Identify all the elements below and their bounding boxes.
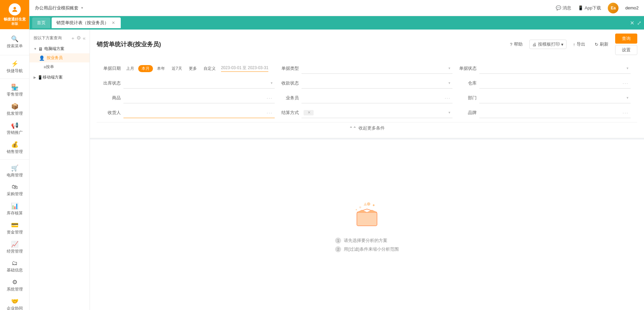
marketing-nav-item[interactable]: 📢 营销推广 xyxy=(0,119,29,138)
scheme-item-salesperson[interactable]: 👤 按业务员 xyxy=(30,53,90,62)
dept-arrow: ▾ xyxy=(627,96,629,100)
app-download-action[interactable]: 📱 App下载 xyxy=(578,5,601,11)
template-print-btn[interactable]: 🖨 按模板打印 ▾ xyxy=(529,40,567,49)
refresh-icon: ↻ xyxy=(595,42,598,47)
dept-label: 部门 xyxy=(459,95,477,101)
template-print-label: 按模板打印 xyxy=(538,41,560,47)
out-status-arrow: ▾ xyxy=(271,81,273,85)
tab-sales-stat[interactable]: 销货单统计表（按业务员） ✕ xyxy=(52,17,121,28)
doc-type-control[interactable]: ▾ xyxy=(302,63,453,74)
brand-label: 品牌 xyxy=(459,110,477,116)
wholesale-nav-item[interactable]: 📦 批发管理 xyxy=(0,100,29,119)
sidebar-logo[interactable]: 畅捷通好生意 标版 xyxy=(0,0,30,29)
out-status-control[interactable]: ▾ xyxy=(123,78,275,89)
export-label: 导出 xyxy=(577,41,585,47)
receiver-control[interactable]: ··· xyxy=(123,107,275,118)
quick-nav-item[interactable]: ⚡ 快捷导航 xyxy=(0,57,29,76)
message-icon: 💬 xyxy=(556,5,561,10)
ecomm-nav-item[interactable]: 🛒 电商管理 xyxy=(0,162,29,181)
search-label: 搜索菜单 xyxy=(7,43,23,49)
page-actions: ? 帮助 🖨 按模板打印 ▾ ↑ 导出 ↻ xyxy=(507,34,637,55)
page-title-row: 销货单统计表(按业务员) ? 帮助 🖨 按模板打印 ▾ ↑ xyxy=(97,34,637,55)
finance-nav-item[interactable]: 💳 资金管理 xyxy=(0,219,29,238)
help-btn[interactable]: ? 帮助 xyxy=(507,40,525,49)
date-tab-more[interactable]: 更多 xyxy=(186,65,200,72)
brand-control[interactable]: ··· xyxy=(479,107,631,118)
user-name[interactable]: demo2 xyxy=(625,5,639,10)
ecomm-section: 🛒 电商管理 🛍 采购管理 📊 库存核算 💳 资金管理 📈 经营管理 🗂 基础信… xyxy=(0,160,29,310)
query-btn[interactable]: 查询 xyxy=(615,34,637,44)
app-dropdown-arrow[interactable]: ▾ xyxy=(81,6,83,10)
collect-status-control[interactable]: ▾ xyxy=(302,78,453,89)
salesperson-scheme-icon: 👤 xyxy=(39,55,45,61)
tab-close-all-btn[interactable]: ✕ xyxy=(630,20,634,26)
settlement-control[interactable]: ✕ ▾ xyxy=(302,107,453,118)
retail-nav-item[interactable]: 🏪 零售管理 xyxy=(0,81,29,100)
settings-scheme-btn[interactable]: ⚙ xyxy=(76,35,81,41)
desktop-scheme-group: ▼ 🖥 电脑端方案 👤 按业务员 ≡ 按单 xyxy=(30,44,90,71)
app-name: 办公用品行业模拟账套 xyxy=(35,5,78,11)
filter-date: 单据日期 上月 本月 本年 近7天 更多 自定义 20 xyxy=(103,65,275,72)
tab-close-btn[interactable]: ✕ xyxy=(111,20,116,25)
left-panel: 按以下方案查询 + ⚙ « ▼ 🖥 电脑端方案 👤 按业务员 xyxy=(30,30,90,310)
warehouse-control[interactable]: ··· xyxy=(479,78,631,89)
date-filter-control: 上月 本月 本年 近7天 更多 自定义 2023-03-01 至 2023-03… xyxy=(123,65,275,72)
settlement-tag: ✕ xyxy=(304,110,314,115)
sales-nav-item[interactable]: 💰 销售管理 xyxy=(0,138,29,157)
corp-nav-item[interactable]: 🤝 企业协同 xyxy=(0,295,29,310)
filter-doc-type: 单据类型 ▾ xyxy=(281,63,453,74)
tab-bar-actions: ✕ ⤢ xyxy=(630,20,641,26)
mobile-group-label: 移动端方案 xyxy=(43,74,63,80)
date-tab-this-year[interactable]: 本年 xyxy=(154,65,168,72)
doc-status-arrow: ▾ xyxy=(627,66,629,70)
user-avatar[interactable]: Ea xyxy=(608,3,619,13)
quick-nav-icon: ⚡ xyxy=(11,60,18,67)
logo-subtext: 标版 xyxy=(11,21,18,26)
export-btn[interactable]: ↑ 导出 xyxy=(571,40,588,49)
filter-area: 单据日期 上月 本月 本年 近7天 更多 自定义 20 xyxy=(97,59,637,138)
date-tab-this-month[interactable]: 本月 xyxy=(138,65,153,72)
date-tab-custom[interactable]: 自定义 xyxy=(201,65,218,72)
tab-home[interactable]: 首页 xyxy=(32,17,50,28)
settlement-clear-btn[interactable]: ✕ xyxy=(307,110,312,115)
doc-status-control[interactable]: ▾ xyxy=(479,63,631,74)
filter-row-4: 收货人 ··· 结算方式 ✕ xyxy=(103,107,631,118)
date-range-display[interactable]: 2023-03-01 至 2023-03-31 xyxy=(221,65,268,72)
sales-label: 销售管理 xyxy=(7,149,23,155)
inventory-nav-item[interactable]: 📊 库存核算 xyxy=(0,200,29,219)
tab-expand-btn[interactable]: ⤢ xyxy=(637,20,641,26)
basic-label: 基础信息 xyxy=(7,267,23,273)
marketing-label: 营销推广 xyxy=(7,130,23,136)
refresh-btn[interactable]: ↻ 刷新 xyxy=(592,40,611,49)
search-icon: 🔍 xyxy=(11,35,18,43)
tip-num-2: 2 xyxy=(335,246,341,252)
product-label: 商品 xyxy=(103,95,121,101)
salesperson-control[interactable]: ··· xyxy=(302,93,453,103)
ecomm-label: 电商管理 xyxy=(7,172,23,178)
empty-tips: 1 请先选择要分析的方案 2 用[过滤]条件来缩小分析范围 xyxy=(335,238,398,252)
collapse-more-btn[interactable]: ⌃⌃ 收起更多条件 xyxy=(110,122,624,134)
mobile-scheme-header[interactable]: ▶ 📱 移动端方案 xyxy=(30,73,90,82)
corp-icon: 🤝 xyxy=(11,298,18,305)
purchase-nav-item[interactable]: 🛍 采购管理 xyxy=(0,181,29,200)
basic-icon: 🗂 xyxy=(12,260,18,267)
search-menu-item[interactable]: 🔍 搜索菜单 xyxy=(0,33,29,52)
date-tab-last7[interactable]: 近7天 xyxy=(169,65,185,72)
dept-control[interactable]: ▾ xyxy=(479,93,631,103)
purchase-label: 采购管理 xyxy=(7,191,23,197)
add-scheme-btn[interactable]: + xyxy=(71,35,74,41)
date-tab-last-month[interactable]: 上月 xyxy=(123,65,137,72)
collapse-panel-btn[interactable]: « xyxy=(83,35,86,41)
empty-tip-2: 2 用[过滤]条件来缩小分析范围 xyxy=(335,246,398,252)
scheme-sub-item-order[interactable]: ≡ 按单 xyxy=(30,62,90,71)
settings-btn[interactable]: 设置 xyxy=(615,45,637,55)
product-control[interactable]: ··· xyxy=(123,93,275,103)
logo-text: 畅捷通好生意 xyxy=(4,17,26,21)
system-nav-item[interactable]: ⚙ 系统管理 xyxy=(0,276,29,295)
message-action[interactable]: 💬 消息 xyxy=(556,5,571,11)
operation-nav-item[interactable]: 📈 经营管理 xyxy=(0,238,29,257)
basic-nav-item[interactable]: 🗂 基础信息 xyxy=(0,257,29,276)
filter-receiver: 收货人 ··· xyxy=(103,107,275,118)
help-icon: ? xyxy=(510,42,512,47)
desktop-scheme-header[interactable]: ▼ 🖥 电脑端方案 xyxy=(30,44,90,53)
